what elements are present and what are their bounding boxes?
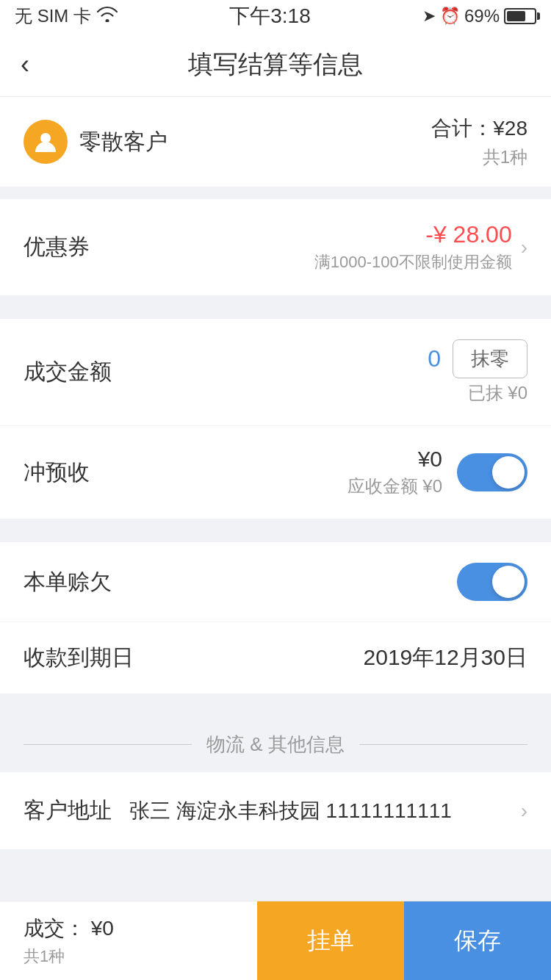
coupon-info: -¥ 28.00 满1000-100不限制使用金额 <box>314 221 512 273</box>
save-button[interactable]: 保存 <box>404 901 551 981</box>
status-left: 无 SIM 卡 <box>15 4 118 28</box>
deferred-toggle[interactable] <box>457 563 527 601</box>
deal-amount-right: 0 抹零 <box>428 339 527 378</box>
avatar <box>24 120 68 164</box>
due-date-label: 收款到期日 <box>24 643 134 673</box>
customer-section: 零散客户 合计：¥28 共1种 <box>0 97 551 187</box>
customer-name: 零散客户 <box>79 127 168 157</box>
coupon-discount: -¥ 28.00 <box>314 221 512 248</box>
bottom-deal-label: 成交： <box>24 917 85 940</box>
location-icon: ➤ <box>422 7 436 26</box>
status-time: 下午3:18 <box>229 2 311 30</box>
bottom-summary: 成交： ¥0 共1种 <box>0 915 257 968</box>
toggle-knob <box>492 456 525 489</box>
due-date-row: 收款到期日 2019年12月30日 <box>0 622 551 693</box>
bottom-bar: 成交： ¥0 共1种 挂单 保存 <box>0 901 551 980</box>
prepayment-right: ¥0 应收金额 ¥0 <box>347 447 442 498</box>
total-amount: 合计：¥28 <box>431 115 527 143</box>
logistics-header: 物流 & 其他信息 <box>0 717 551 772</box>
prepayment-value: ¥0 <box>347 447 442 472</box>
prepayment-row: 冲预收 ¥0 应收金额 ¥0 <box>0 426 551 519</box>
alarm-icon: ⏰ <box>440 7 460 26</box>
section-divider-2 <box>0 530 551 542</box>
logistics-line-left <box>24 744 192 745</box>
address-row[interactable]: 客户地址 张三 海淀永丰科技园 11111111111 › <box>0 772 551 849</box>
status-bar: 无 SIM 卡 下午3:18 ➤ ⏰ 69% <box>0 0 551 32</box>
form-section-1: 成交金额 0 抹零 已抹 ¥0 冲预收 ¥0 应收金额 ¥0 <box>0 319 551 519</box>
status-right: ➤ ⏰ 69% <box>422 6 536 26</box>
battery-percent: 69% <box>464 6 500 26</box>
due-date-value: 2019年12月30日 <box>364 643 527 673</box>
customer-right: 合计：¥28 共1种 <box>431 115 527 169</box>
nav-bar: ‹ 填写结算等信息 <box>0 32 551 97</box>
deferred-section: 本单赊欠 收款到期日 2019年12月30日 <box>0 542 551 693</box>
wifi-icon <box>97 6 118 26</box>
bottom-deal-info: 成交： ¥0 <box>24 915 234 943</box>
chevron-right-icon: › <box>521 236 527 259</box>
battery-icon <box>504 8 536 24</box>
bottom-deal-amount: ¥0 <box>91 917 114 940</box>
customer-row: 零散客户 合计：¥28 共1种 <box>0 97 551 187</box>
coupon-row[interactable]: 优惠券 -¥ 28.00 满1000-100不限制使用金额 › <box>0 199 551 295</box>
prepayment-subinfo: 应收金额 ¥0 <box>347 475 442 498</box>
page-title: 填写结算等信息 <box>188 48 363 82</box>
coupon-desc: 满1000-100不限制使用金额 <box>314 251 512 273</box>
deal-amount-label: 成交金额 <box>24 357 112 387</box>
address-chevron-icon: › <box>521 799 527 823</box>
coupon-label: 优惠券 <box>24 232 90 262</box>
address-label: 客户地址 <box>24 796 112 826</box>
logistics-line-right <box>359 744 527 745</box>
svg-point-0 <box>40 133 51 143</box>
customer-left: 零散客户 <box>24 120 168 164</box>
deal-amount-row: 成交金额 0 抹零 已抹 ¥0 <box>0 319 551 426</box>
hold-button[interactable]: 挂单 <box>257 901 404 981</box>
address-value: 张三 海淀永丰科技园 11111111111 <box>129 797 521 825</box>
total-count: 共1种 <box>431 145 527 169</box>
main-content: 零散客户 合计：¥28 共1种 优惠券 -¥ 28.00 满1000-100不限… <box>0 97 551 949</box>
bottom-count: 共1种 <box>24 945 234 968</box>
deal-amount-value: 0 <box>428 345 441 372</box>
round-button[interactable]: 抹零 <box>453 339 527 378</box>
deferred-label: 本单赊欠 <box>24 567 112 597</box>
section-divider-1 <box>0 307 551 319</box>
deal-amount-subinfo: 已抹 ¥0 <box>428 381 527 405</box>
prepayment-label: 冲预收 <box>24 458 90 488</box>
back-button[interactable]: ‹ <box>21 49 29 80</box>
deferred-toggle-knob <box>492 566 525 598</box>
prepayment-toggle[interactable] <box>457 453 527 491</box>
deferred-row: 本单赊欠 <box>0 542 551 622</box>
section-divider-3 <box>0 705 551 717</box>
carrier-label: 无 SIM 卡 <box>15 4 91 28</box>
logistics-label: 物流 & 其他信息 <box>192 732 359 757</box>
coupon-right: -¥ 28.00 满1000-100不限制使用金额 › <box>314 221 527 273</box>
